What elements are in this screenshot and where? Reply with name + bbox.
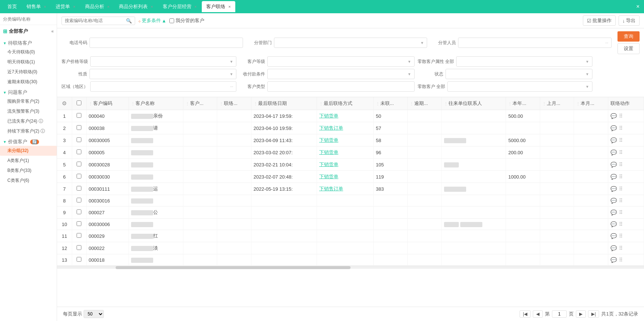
close-icon[interactable]: × [107, 4, 109, 9]
contact-method-link[interactable]: 下销货单 [319, 113, 338, 119]
contact-chat-icon[interactable]: 💬 [610, 233, 617, 239]
row-checkbox[interactable] [77, 198, 81, 202]
row-checkbox[interactable] [77, 125, 81, 130]
export-button[interactable]: ↓ 导出 [619, 15, 640, 26]
tab-customer-segment[interactable]: 客户分层经营 × [158, 1, 201, 12]
contact-chat-icon[interactable]: 💬 [610, 125, 617, 131]
col-code-header[interactable]: ⋮客户编码 [86, 97, 129, 110]
filter-search-icon[interactable]: 🔍 [126, 18, 132, 24]
customer-level-select[interactable]: ▼ [267, 56, 414, 67]
row-checkbox[interactable] [77, 162, 81, 166]
close-icon[interactable]: × [228, 4, 230, 9]
manager-select[interactable]: ··· [458, 38, 612, 48]
contact-chat-icon[interactable]: 💬 [610, 174, 617, 180]
row-checkbox[interactable] [77, 137, 81, 142]
contact-more-icon[interactable]: ⠿ [619, 186, 623, 192]
sidebar-item-warning[interactable]: 流失预警客户(3) [0, 106, 57, 116]
close-icon[interactable]: × [44, 4, 46, 9]
sidebar-search-input[interactable] [3, 17, 57, 22]
col-this-month-header[interactable]: ⋮本月... [574, 97, 608, 110]
contact-chat-icon[interactable]: 💬 [610, 198, 617, 204]
my-customers-checkbox[interactable] [169, 18, 174, 23]
query-button[interactable]: 查询 [617, 31, 640, 42]
close-icon[interactable]: × [151, 4, 153, 9]
settings-icon[interactable]: ⚙ [62, 100, 67, 106]
contact-more-icon[interactable]: ⠿ [619, 233, 623, 239]
page-number-input[interactable] [552, 310, 567, 318]
contact-more-icon[interactable]: ⠿ [619, 174, 623, 180]
filter-more-btn[interactable]: ⬦ 更多条件 ▲ [138, 17, 166, 24]
row-checkbox[interactable] [77, 113, 81, 118]
retail-customer-select[interactable]: ▼ [447, 81, 592, 92]
contact-more-icon[interactable]: ⠿ [619, 162, 623, 167]
col-name-header[interactable]: ⋮客户名称 [129, 97, 183, 110]
last-page-button[interactable]: ▶| [588, 310, 599, 318]
contact-more-icon[interactable]: ⠿ [619, 125, 623, 131]
row-checkbox[interactable] [77, 257, 81, 262]
payment-select[interactable]: ▼ [267, 69, 414, 79]
contact-chat-icon[interactable]: 💬 [610, 186, 617, 192]
row-checkbox[interactable] [77, 174, 81, 179]
status-select[interactable]: ▼ [446, 69, 592, 79]
sidebar-all-customers[interactable]: ⊞ 全部客户 « [0, 25, 57, 38]
contact-chat-icon[interactable]: 💬 [610, 257, 617, 263]
contact-chat-icon[interactable]: 💬 [610, 221, 617, 227]
sidebar-item-overdue[interactable]: 逾期未联络(30) [0, 77, 57, 87]
retail-attr-select[interactable]: ▼ [456, 56, 592, 67]
contact-method-link[interactable]: 下销货单 [319, 174, 338, 179]
contact-chat-icon[interactable]: 💬 [610, 209, 617, 215]
contact-more-icon[interactable]: ⠿ [619, 113, 623, 119]
contact-more-icon[interactable]: ⠿ [619, 137, 623, 143]
dept-select[interactable]: ▼ [274, 38, 427, 48]
col-type-header[interactable]: ⋮客户... [183, 97, 217, 110]
sidebar-item-declining[interactable]: 持续下滑客户(2) ⓘ [0, 126, 57, 136]
contact-chat-icon[interactable]: 💬 [610, 162, 617, 167]
col-contact-header[interactable]: ⋮联络... [217, 97, 251, 110]
contact-chat-icon[interactable]: 💬 [610, 149, 617, 155]
row-checkbox[interactable] [77, 233, 81, 238]
first-page-button[interactable]: |◀ [520, 310, 531, 318]
contact-chat-icon[interactable]: 💬 [610, 113, 617, 119]
batch-ops-button[interactable]: ☑ 批量操作 [583, 15, 616, 26]
col-overdue-header[interactable]: ⋮逾期... [408, 97, 441, 110]
col-last-month-header[interactable]: ⋮上月... [540, 97, 574, 110]
tab-home[interactable]: 首页 [3, 1, 21, 12]
sidebar-item-7days[interactable]: 近7天待联络(0) [0, 67, 57, 77]
customer-type-select[interactable] [267, 81, 414, 92]
contact-method-link[interactable]: 下销货单 [319, 162, 338, 167]
row-checkbox[interactable] [77, 186, 81, 191]
col-unit-contact-header[interactable]: ⋮往来单位联系人 [441, 97, 506, 110]
contact-chat-icon[interactable]: 💬 [610, 137, 617, 143]
contact-method-link[interactable]: 下销售订单 [319, 125, 343, 131]
close-all-icon[interactable]: × [635, 2, 641, 11]
contact-more-icon[interactable]: ⠿ [619, 257, 623, 263]
price-level-select[interactable]: ▼ [90, 56, 236, 67]
horizontal-scrollbar[interactable] [57, 266, 644, 269]
contact-more-icon[interactable]: ⠿ [619, 245, 623, 251]
tab-product-analysis[interactable]: 商品分析 × [81, 1, 114, 12]
row-checkbox[interactable] [77, 209, 81, 214]
prev-page-button[interactable]: ◀ [533, 310, 543, 318]
close-icon[interactable]: × [194, 4, 197, 9]
close-icon[interactable]: × [73, 4, 75, 9]
sidebar-item-today[interactable]: 今天待联络(0) [0, 47, 57, 57]
contact-method-link[interactable]: 下销售订单 [319, 186, 343, 191]
sidebar-item-classB[interactable]: B类客户(33) [0, 166, 57, 176]
col-this-year-header[interactable]: ⋮本年... [506, 97, 540, 110]
scrollbar-thumb[interactable] [116, 266, 351, 269]
page-size-select[interactable]: 50 100 200 [84, 310, 104, 318]
filter-search-input[interactable] [65, 18, 124, 23]
sidebar-item-tomorrow[interactable]: 明天待联络(1) [0, 57, 57, 67]
tab-purchase[interactable]: 进货单 × [51, 1, 80, 12]
sidebar-item-abnormal[interactable]: 囤购异常客户(2) [0, 96, 57, 106]
contact-more-icon[interactable]: ⠿ [619, 198, 623, 204]
row-checkbox[interactable] [77, 245, 81, 250]
tab-customer-contact[interactable]: 客户联络 × [202, 1, 235, 12]
contact-more-icon[interactable]: ⠿ [619, 149, 623, 155]
region-select[interactable]: ··· [90, 81, 236, 92]
contact-more-icon[interactable]: ⠿ [619, 209, 623, 215]
col-not-contacted-header[interactable]: ⋮未联... [373, 97, 407, 110]
next-page-button[interactable]: ▶ [576, 310, 586, 318]
phone-input[interactable] [89, 38, 243, 48]
col-last-contact-date-header[interactable]: ⋮最后联络日期 [251, 97, 317, 110]
